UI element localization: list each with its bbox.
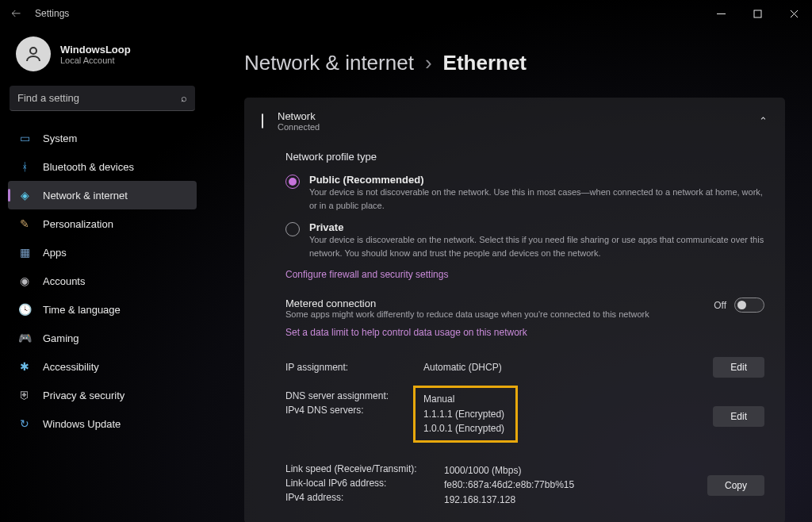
breadcrumb: Network & internet › Ethernet [244,51,785,75]
sidebar-item-accounts[interactable]: ◉Accounts [8,267,197,295]
dns-assignment-key: DNS server assignment: [285,390,423,401]
sidebar-item-label: Personalization [43,218,113,230]
radio-private-title: Private [309,221,764,233]
clock-icon: 🕓 [17,302,32,317]
sidebar-item-label: Gaming [43,332,79,344]
sidebar-item-label: Accessibility [43,361,99,373]
sidebar-item-label: System [43,132,77,144]
ip-assignment-val: Automatic (DHCP) [423,362,713,373]
radio-public[interactable]: Public (Recommended) Your device is not … [285,174,764,212]
sidebar-item-label: Bluetooth & devices [43,161,134,173]
apps-icon: ▦ [17,245,32,259]
sidebar: WindowsLoop Local Account Find a setting… [0,27,205,522]
radio-public-desc: Your device is not discoverable on the n… [309,186,764,212]
ip-assignment-key: IP assignment: [285,362,423,373]
sidebar-item-accessibility[interactable]: ✱Accessibility [8,352,197,381]
sidebar-item-bluetooth[interactable]: ᚼBluetooth & devices [8,152,197,181]
sidebar-item-label: Privacy & security [43,390,124,401]
sidebar-item-label: Apps [43,247,67,259]
metered-title: Metered connection [285,297,649,309]
close-button[interactable] [776,1,812,26]
svg-point-4 [30,48,36,54]
svg-rect-1 [754,10,761,17]
sidebar-item-apps[interactable]: ▦Apps [8,238,197,267]
sidebar-item-time[interactable]: 🕓Time & language [8,295,197,324]
user-sub: Local Account [60,56,131,65]
sidebar-item-label: Windows Update [43,418,121,430]
user-block[interactable]: WindowsLoop Local Account [8,33,197,86]
search-placeholder: Find a setting [17,92,79,104]
dns-highlight: Manual 1.1.1.1 (Encrypted) 1.0.0.1 (Encr… [413,386,518,443]
main-content: Network & internet › Ethernet Network Co… [205,27,812,522]
maximize-button[interactable] [739,1,776,26]
dns-servers-key: IPv4 DNS servers: [285,405,423,416]
chevron-up-icon: ⌃ [759,115,768,127]
ipv4-val: 192.168.137.128 [444,493,707,508]
radio-icon [285,175,300,189]
window-title: Settings [35,8,69,19]
profile-type-label: Network profile type [285,151,764,163]
user-name: WindowsLoop [60,44,131,56]
shield-icon: ⛨ [17,388,32,402]
ip-edit-button[interactable]: Edit [713,357,764,378]
sidebar-item-label: Network & internet [43,190,128,202]
radio-private[interactable]: Private Your device is discoverable on t… [285,221,764,259]
nav-list: ▭System ᚼBluetooth & devices ◈Network & … [8,124,197,438]
chevron-right-icon: › [425,51,432,75]
personalization-icon: ✎ [17,217,32,231]
minimize-button[interactable] [703,1,739,26]
sidebar-item-privacy[interactable]: ⛨Privacy & security [8,381,197,409]
sidebar-item-update[interactable]: ↻Windows Update [8,409,197,438]
bluetooth-icon: ᚼ [17,159,32,174]
accessibility-icon: ✱ [17,359,32,374]
link-speed-val: 1000/1000 (Mbps) [444,463,707,478]
firewall-link[interactable]: Configure firewall and security settings [285,269,764,280]
gaming-icon: 🎮 [17,331,32,345]
dns-server-2: 1.0.0.1 (Encrypted) [423,421,508,436]
sidebar-item-label: Time & language [43,304,121,316]
breadcrumb-current: Ethernet [443,51,527,75]
accounts-icon: ◉ [17,274,32,288]
network-icon: ◈ [17,188,32,202]
back-button[interactable]: 🡠 [11,8,21,19]
search-input[interactable]: Find a setting ⌕ [10,86,195,111]
radio-private-desc: Your device is discoverable on the netwo… [309,233,764,259]
sidebar-item-system[interactable]: ▭System [8,124,197,152]
panel-subtitle: Connected [278,122,320,132]
sidebar-item-network[interactable]: ◈Network & internet [8,181,197,209]
sidebar-item-gaming[interactable]: 🎮Gaming [8,324,197,352]
copy-button[interactable]: Copy [707,475,764,496]
window-controls [703,1,812,26]
ipv6-key: Link-local IPv6 address: [285,478,444,489]
panel-header[interactable]: Network Connected ⌃ [244,98,785,143]
ipv6-val: fe80::687a:46d2:e8b:77bb%15 [444,478,707,493]
radio-public-title: Public (Recommended) [309,174,764,186]
ipv4-key: IPv4 address: [285,492,444,503]
metered-toggle[interactable] [734,297,764,313]
sidebar-item-label: Accounts [43,275,85,287]
update-icon: ↻ [17,416,32,431]
dns-assignment-val: Manual [423,392,508,407]
breadcrumb-parent[interactable]: Network & internet [244,51,414,75]
system-icon: ▭ [17,131,32,145]
monitor-icon [262,114,263,129]
toggle-state: Off [714,300,726,311]
data-limit-link[interactable]: Set a data limit to help control data us… [285,327,764,338]
avatar [16,36,51,71]
dns-edit-button[interactable]: Edit [713,406,764,427]
search-icon: ⌕ [181,92,187,104]
link-speed-key: Link speed (Receive/Transmit): [285,463,444,474]
radio-icon [285,222,300,236]
sidebar-item-personalization[interactable]: ✎Personalization [8,209,197,238]
title-bar: 🡠 Settings [0,0,812,27]
metered-desc: Some apps might work differently to redu… [285,309,649,319]
panel-title: Network [278,110,320,122]
network-panel: Network Connected ⌃ Network profile type… [244,98,785,522]
dns-server-1: 1.1.1.1 (Encrypted) [423,407,508,422]
